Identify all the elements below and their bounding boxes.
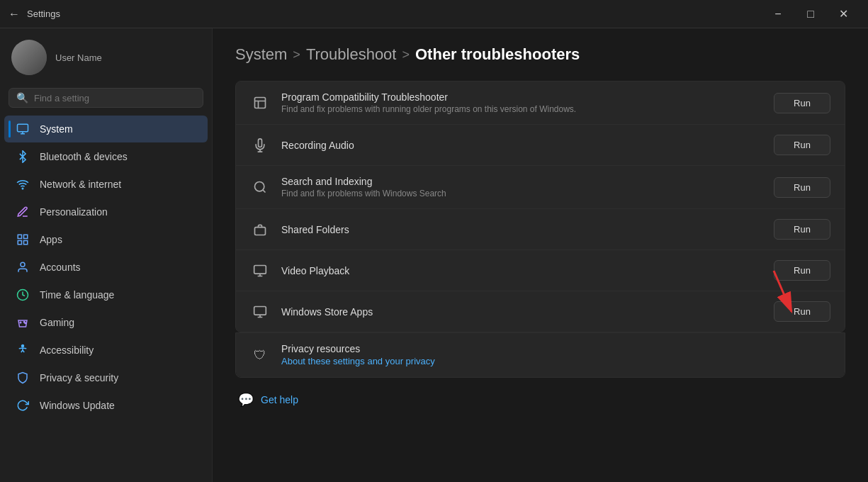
nav-list: SystemBluetooth & devicesNetwork & inter… xyxy=(0,115,212,420)
privacy-resources-icon: 🛡 xyxy=(250,345,270,365)
svg-rect-13 xyxy=(255,98,266,108)
breadcrumb: System > Troubleshoot > Other troublesho… xyxy=(235,45,845,64)
svg-point-1 xyxy=(22,188,23,189)
sidebar-item-privacy[interactable]: Privacy & security xyxy=(4,364,208,391)
avatar-image xyxy=(11,40,47,75)
program-compat-info: Program Compatibility Troubleshooter Fin… xyxy=(281,91,762,114)
privacy-resources-info: Privacy resources About these settings a… xyxy=(281,343,830,367)
sidebar-label-accounts: Accounts xyxy=(40,262,196,273)
breadcrumb-troubleshoot[interactable]: Troubleshoot xyxy=(306,45,397,64)
sidebar-label-time: Time & language xyxy=(40,289,196,301)
svg-point-12 xyxy=(22,345,24,347)
main-content: System > Troubleshoot > Other troublesho… xyxy=(213,28,868,482)
maximize-button[interactable]: □ xyxy=(794,0,827,28)
shared-folders-title: Shared Folders xyxy=(281,224,762,235)
ts-item-video-playback: Video Playback Run xyxy=(236,250,845,291)
video-playback-title: Video Playback xyxy=(281,265,762,276)
svg-rect-21 xyxy=(254,265,266,274)
close-button[interactable]: ✕ xyxy=(827,0,859,28)
get-help-row: 💬 Get help xyxy=(235,392,845,408)
accessibility-icon xyxy=(16,343,30,357)
privacy-resources-section: 🛡 Privacy resources About these settings… xyxy=(235,332,845,378)
sidebar-label-update: Windows Update xyxy=(40,400,196,411)
apps-icon xyxy=(16,232,30,247)
sidebar-label-bluetooth: Bluetooth & devices xyxy=(40,151,196,162)
profile-name: User Name xyxy=(55,52,102,63)
sidebar-item-time[interactable]: Time & language xyxy=(4,281,208,308)
recording-audio-icon xyxy=(250,135,270,155)
video-playback-icon xyxy=(250,261,270,281)
shared-folders-run-button[interactable]: Run xyxy=(774,219,830,240)
troubleshooter-list: Program Compatibility Troubleshooter Fin… xyxy=(235,81,845,332)
back-button[interactable]: ← xyxy=(9,8,20,21)
sidebar-item-accounts[interactable]: Accounts xyxy=(4,254,208,281)
program-compat-desc: Find and fix problems with running older… xyxy=(281,104,762,114)
search-icon: 🔍 xyxy=(16,92,28,103)
sidebar-item-apps[interactable]: Apps xyxy=(4,226,208,253)
title-bar: ← Settings − □ ✕ xyxy=(0,0,868,28)
sidebar-item-network[interactable]: Network & internet xyxy=(4,171,208,198)
program-compat-icon xyxy=(250,93,270,113)
title-bar-left: ← Settings xyxy=(9,8,60,21)
search-input[interactable] xyxy=(34,93,196,103)
sidebar: User Name 🔍 SystemBluetooth & devicesNet… xyxy=(0,28,213,482)
windows-store-run-button[interactable]: Run xyxy=(774,301,830,322)
search-indexing-icon xyxy=(250,177,270,197)
sidebar-label-personalization: Personalization xyxy=(40,206,196,218)
sidebar-item-accessibility[interactable]: Accessibility xyxy=(4,337,208,364)
ts-item-program-compat: Program Compatibility Troubleshooter Fin… xyxy=(236,82,845,125)
app-body: User Name 🔍 SystemBluetooth & devicesNet… xyxy=(0,28,868,482)
svg-rect-24 xyxy=(254,306,266,315)
sidebar-label-privacy: Privacy & security xyxy=(40,372,196,383)
search-indexing-title: Search and Indexing xyxy=(281,176,762,187)
sidebar-label-apps: Apps xyxy=(40,234,196,245)
app-title: Settings xyxy=(27,9,60,19)
privacy-icon xyxy=(16,371,30,385)
svg-rect-2 xyxy=(18,235,21,238)
personalization-icon xyxy=(16,205,30,219)
sidebar-item-update[interactable]: Windows Update xyxy=(4,392,208,419)
bluetooth-icon xyxy=(16,150,30,164)
ts-item-windows-store: Windows Store Apps Run xyxy=(236,291,845,332)
breadcrumb-sep2: > xyxy=(402,47,410,62)
search-indexing-run-button[interactable]: Run xyxy=(774,177,830,198)
sidebar-label-network: Network & internet xyxy=(40,179,196,190)
video-playback-run-button[interactable]: Run xyxy=(774,260,830,281)
breadcrumb-system[interactable]: System xyxy=(235,45,287,64)
avatar xyxy=(11,40,47,75)
sidebar-item-gaming[interactable]: Gaming xyxy=(4,309,208,336)
search-box[interactable]: 🔍 xyxy=(9,88,203,108)
breadcrumb-sep1: > xyxy=(293,47,300,62)
svg-point-11 xyxy=(25,323,26,324)
gaming-icon xyxy=(16,315,30,330)
program-compat-run-button[interactable]: Run xyxy=(774,93,830,113)
sidebar-item-system[interactable]: System xyxy=(4,116,208,142)
svg-point-18 xyxy=(255,182,264,191)
sidebar-item-personalization[interactable]: Personalization xyxy=(4,198,208,225)
update-icon xyxy=(16,398,30,413)
get-help-link[interactable]: Get help xyxy=(261,394,298,405)
privacy-resources-link[interactable]: About these settings and your privacy xyxy=(281,356,435,366)
ts-item-recording-audio: Recording Audio Run xyxy=(236,125,845,166)
svg-line-19 xyxy=(263,190,266,193)
svg-point-6 xyxy=(21,262,25,267)
search-indexing-desc: Find and fix problems with Windows Searc… xyxy=(281,189,762,198)
sidebar-label-system: System xyxy=(40,123,196,135)
ts-item-search-indexing: Search and Indexing Find and fix problem… xyxy=(236,166,845,209)
time-icon xyxy=(16,288,30,302)
window-controls: − □ ✕ xyxy=(762,0,859,28)
sidebar-label-accessibility: Accessibility xyxy=(40,344,196,356)
recording-audio-title: Recording Audio xyxy=(281,140,762,151)
recording-audio-info: Recording Audio xyxy=(281,140,762,151)
windows-store-icon xyxy=(250,302,270,322)
sidebar-item-bluetooth[interactable]: Bluetooth & devices xyxy=(4,143,208,170)
program-compat-title: Program Compatibility Troubleshooter xyxy=(281,91,762,103)
recording-audio-run-button[interactable]: Run xyxy=(774,135,830,155)
windows-store-info: Windows Store Apps xyxy=(281,306,762,318)
minimize-button[interactable]: − xyxy=(762,0,794,28)
svg-rect-20 xyxy=(255,227,266,235)
svg-rect-0 xyxy=(18,124,28,132)
privacy-resources-item: 🛡 Privacy resources About these settings… xyxy=(236,333,845,377)
system-icon xyxy=(16,122,30,136)
user-profile: User Name xyxy=(0,28,212,84)
